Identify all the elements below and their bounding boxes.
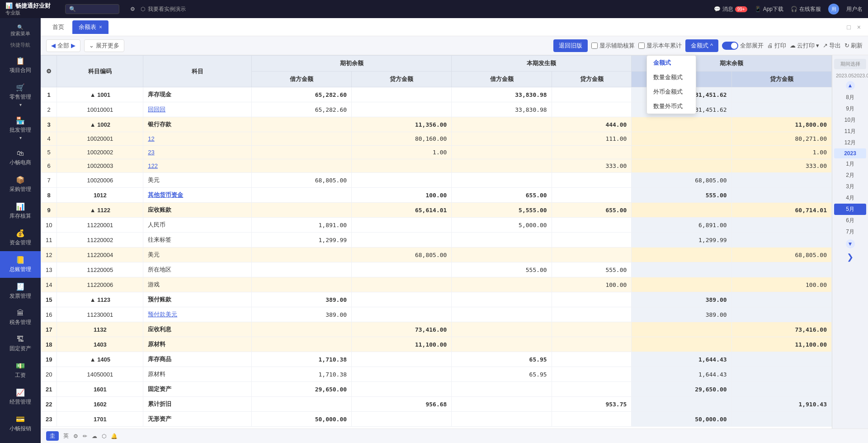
table-settings-header[interactable]: ⚙ (41, 56, 57, 87)
rp-month-item[interactable]: 11月 (834, 126, 866, 137)
online-service-action[interactable]: 🎧 在线客服 (791, 5, 821, 13)
sidebar-item-fixed-assets[interactable]: 🏗 固定资产 (0, 331, 41, 357)
status-edit[interactable]: ✏ (83, 433, 87, 439)
ytd-check-input[interactable] (638, 43, 645, 49)
sidebar-item-project-contract[interactable]: 📋 项目合同 (0, 52, 41, 79)
sidebar-item-inventory[interactable]: 📊 库存核算 (0, 198, 41, 224)
status-lang[interactable]: 圭 (46, 431, 59, 441)
rp-month-item[interactable]: 6月 (834, 215, 866, 226)
table-row[interactable]: 3▲ 1002银行存款11,356.00444.0011,800.00 (41, 117, 832, 132)
sidebar-item-ops-mgmt[interactable]: 📈 经营管理 (0, 384, 41, 410)
table-row[interactable]: 210010001回回回65,282.6033,830.9831,451.62 (41, 102, 832, 117)
status-bell[interactable]: 🔔 (111, 433, 118, 439)
status-lang-toggle[interactable]: 英 (63, 432, 69, 440)
sidebar-item-ledger[interactable]: 📒 总账管理 (0, 251, 41, 278)
return-old-btn[interactable]: 退回旧版 (553, 39, 588, 52)
tab-balance-sheet[interactable]: 余额表 × (72, 20, 108, 34)
table-row[interactable]: 1211220004美元68,805.0068,805.00 (41, 248, 832, 262)
table-row[interactable]: 15▲ 1123预付账款389.00389.00 (41, 292, 832, 307)
rp-month-item[interactable]: 1月 (834, 158, 866, 170)
row-subject[interactable]: 23 (143, 146, 252, 159)
table-row[interactable]: 4100200011280,160.00111.0080,271.00 (41, 132, 832, 146)
top-search-box[interactable]: 🔍 (65, 4, 119, 14)
rp-month-item[interactable]: 9月 (834, 103, 866, 114)
table-row[interactable]: 510020002231.001.00 (41, 146, 832, 159)
rp-nav-down[interactable]: ▼ (846, 239, 855, 248)
tab-home[interactable]: 首页 (46, 20, 71, 34)
sidebar-item-base-info[interactable]: 🗂 基础信息 (0, 437, 41, 443)
table-row[interactable]: 1311220005所在地区555.00555.00 (41, 262, 832, 277)
sidebar-item-invoice-mgmt[interactable]: 🧾 发票管理 (0, 278, 41, 305)
refresh-btn[interactable]: ↻ 刷新 (844, 42, 863, 50)
style-option-waib-jine[interactable]: 外币金额式 (647, 85, 696, 99)
rp-month-item[interactable]: 5月 (834, 204, 866, 215)
rp-month-item[interactable]: 8月 (834, 92, 866, 103)
table-row[interactable]: 231701无形资产50,000.0050,000.00 (41, 412, 832, 427)
status-settings[interactable]: ⚙ (73, 433, 78, 439)
table-row[interactable]: 9▲ 1122应收账款65,614.015,555.00655.0060,714… (41, 203, 832, 218)
table-row[interactable]: 1▲ 1001库存现金65,282.6033,830.9831,451.62 (41, 87, 832, 102)
maximize-btn[interactable]: □ (845, 22, 852, 33)
table-row[interactable]: 1011220001人民币1,891.005,000.006,891.00 (41, 218, 832, 233)
close-window-btn[interactable]: × (855, 22, 863, 33)
rp-month-item[interactable]: 4月 (834, 192, 866, 204)
style-option-shuliang-waib[interactable]: 数量外币式 (647, 99, 696, 114)
row-subject[interactable]: 12 (143, 132, 252, 146)
row-subject[interactable]: 回回回 (143, 102, 252, 117)
status-cloud2[interactable]: ⬡ (102, 433, 106, 439)
table-row[interactable]: 181403原材料11,100.0011,100.00 (41, 337, 832, 352)
sidebar-item-wholesale-mgmt[interactable]: 🏪 批发管理 ▾ (0, 112, 41, 145)
aux-check-label[interactable]: 显示辅助核算 (591, 42, 635, 50)
table-row[interactable]: 81012其他货币资金100.00655.00555.00 (41, 188, 832, 203)
style-dropdown-btn[interactable]: 金额式 ^ (685, 39, 718, 52)
sidebar-item-purchase-mgmt[interactable]: 📦 采购管理 (0, 171, 41, 198)
rp-collapse-icon[interactable]: ❯ (847, 252, 854, 262)
rp-month-item[interactable]: 10月 (834, 114, 866, 126)
cloud-print-btn[interactable]: ☁ 云打印 ▾ (790, 42, 819, 50)
row-subject[interactable]: 其他货币资金 (143, 188, 252, 203)
style-option-shuliang-jine[interactable]: 数量金额式 (647, 70, 696, 85)
table-row[interactable]: 2014050001原材料1,710.3865.951,644.43 (41, 367, 832, 382)
aux-check-input[interactable] (591, 43, 598, 49)
demo-link[interactable]: ⬡ 我要看实例演示 (141, 5, 186, 13)
ytd-check-label[interactable]: 显示本年累计 (638, 42, 682, 50)
message-action[interactable]: 💬 消息 99+ (714, 5, 747, 13)
table-row[interactable]: 1411220006游戏100.00100.00 (41, 277, 832, 292)
breadcrumb-all[interactable]: ◀ 全部 ▶ (46, 39, 80, 52)
toggle-switch[interactable] (722, 42, 738, 50)
table-row[interactable]: 610020003122333.00333.00 (41, 159, 832, 173)
table-row[interactable]: 1111220002往来标签1,299.991,299.99 (41, 233, 832, 248)
print-btn[interactable]: 🖨 打印 (767, 42, 786, 50)
table-row[interactable]: 19▲ 1405库存商品1,710.3865.951,644.43 (41, 352, 832, 367)
status-cloud[interactable]: ☁ (92, 433, 97, 439)
row-subject[interactable]: 预付款美元 (143, 307, 252, 322)
rp-month-item[interactable]: 3月 (834, 181, 866, 192)
app-download-action[interactable]: 📱 App下载 (755, 5, 783, 13)
table-row[interactable]: 211601固定资产29,650.0029,650.00 (41, 382, 832, 397)
sidebar-item-salary[interactable]: 💵 工资 (0, 357, 41, 384)
export-btn[interactable]: ↗ 导出 (823, 42, 841, 50)
table-row[interactable]: 171132应收利息73,416.0073,416.00 (41, 322, 832, 337)
table-row[interactable]: 710020006美元68,805.0068,805.00 (41, 173, 832, 188)
sidebar-item-funds-mgmt[interactable]: 💰 资金管理 (0, 224, 41, 251)
sidebar-item-tax-mgmt[interactable]: 🏛 税务管理 (0, 305, 41, 331)
rp-month-item[interactable]: 7月 (834, 226, 866, 238)
row-subject: 美元 (143, 248, 252, 262)
table-row[interactable]: 221602累计折旧956.68953.751,910.43 (41, 397, 832, 412)
table-row[interactable]: 1611230001预付款美元389.00389.00 (41, 307, 832, 322)
sidebar-item-small-sales[interactable]: 💳 小畅报销 (0, 410, 41, 437)
tab-close-icon[interactable]: × (99, 24, 102, 30)
sidebar-item-retail-mgmt[interactable]: 🛒 零售管理 ▾ (0, 79, 41, 112)
user-avatar[interactable]: 用 (828, 4, 839, 14)
style-option-jine[interactable]: 金额式 (647, 56, 696, 70)
rp-month-item[interactable]: 2023 (834, 148, 866, 158)
sidebar-search[interactable]: 🔍 搜索菜单 (10, 22, 30, 40)
gear-settings[interactable]: ⚙ (130, 6, 135, 12)
rp-month-item[interactable]: 12月 (834, 137, 866, 148)
table-wrapper[interactable]: ⚙ 科目编码 科目 期初余额 本期发生额 期末余额 借方金额 贷方金额 借方金额 (41, 55, 832, 429)
sidebar-item-ecommerce[interactable]: 🛍 小畅电商 (0, 145, 41, 171)
expand-more-btn[interactable]: ⌄ 展开更多 (84, 39, 124, 52)
rp-nav-up[interactable]: ▲ (846, 81, 855, 90)
rp-month-item[interactable]: 2月 (834, 170, 866, 181)
row-subject[interactable]: 122 (143, 159, 252, 173)
